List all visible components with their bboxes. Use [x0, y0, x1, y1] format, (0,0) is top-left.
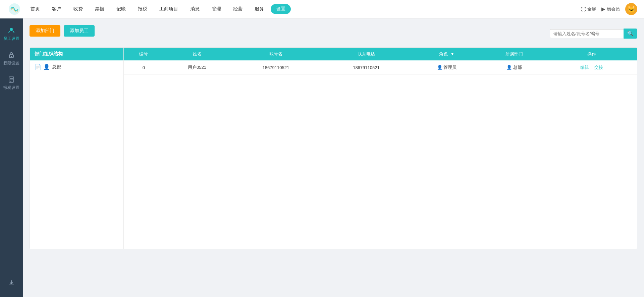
content-area: 部门组织结构 📄 👤 总部 编号 姓名 账号名 联系电话 角色: [30, 47, 637, 249]
sidebar-emp-label: 员工设置: [3, 36, 19, 42]
action-search-row: 添加部门 添加员工 🔍: [30, 25, 637, 42]
col-phone: 联系电话: [321, 48, 412, 60]
nav-fee[interactable]: 收费: [68, 4, 88, 14]
sidebar-item-permission[interactable]: 权限设置: [0, 46, 23, 71]
add-dept-button[interactable]: 添加部门: [30, 25, 60, 37]
nav-home[interactable]: 首页: [25, 4, 45, 14]
tree-person-icon: 👤: [43, 64, 50, 70]
nav-items: 首页 客户 收费 票据 记账 报税 工商项目 消息 管理 经营 服务 设置: [25, 4, 581, 14]
logo: [3, 3, 25, 15]
cell-role: 👤 管理员: [412, 60, 482, 75]
search-area: 🔍: [550, 29, 637, 39]
tree-panel: 部门组织结构 📄 👤 总部: [30, 48, 124, 249]
fullscreen-label: 全屏: [587, 6, 596, 12]
main-content: 添加部门 添加员工 🔍 部门组织结构 📄 👤 总部 编号 姓名: [23, 18, 644, 297]
sidebar-perm-label: 权限设置: [3, 60, 19, 66]
employee-table: 编号 姓名 账号名 联系电话 角色 ▼ 所属部门 操作 0: [124, 48, 637, 75]
right-tools: ⛶ 全屏 ▶ 畅会员 🐱: [581, 3, 637, 15]
file-icon: 📄: [35, 64, 41, 70]
sidebar-item-taxsettings[interactable]: 报税设置: [0, 71, 23, 95]
nav-manage[interactable]: 管理: [206, 4, 226, 14]
tree-header: 部门组织结构: [30, 48, 123, 60]
role-filter-icon[interactable]: ▼: [450, 51, 454, 56]
nav-tax[interactable]: 报税: [132, 4, 153, 14]
cell-name: 用户0521: [164, 60, 231, 75]
lock-icon: [7, 51, 15, 59]
nav-service[interactable]: 服务: [249, 4, 269, 14]
table-panel: 编号 姓名 账号名 联系电话 角色 ▼ 所属部门 操作 0: [124, 48, 637, 249]
col-account: 账号名: [231, 48, 321, 60]
cell-id: 0: [124, 60, 164, 75]
top-nav: 首页 客户 收费 票据 记账 报税 工商项目 消息 管理 经营 服务 设置 ⛶ …: [0, 0, 644, 18]
role-value: 管理员: [443, 65, 457, 70]
sidebar-bottom: [6, 274, 17, 292]
nav-ops[interactable]: 经营: [228, 4, 248, 14]
vip-icon: ▶: [601, 6, 605, 12]
search-input[interactable]: [550, 29, 624, 38]
nav-invoice[interactable]: 票据: [90, 4, 110, 14]
sidebar-tax-label: 报税设置: [3, 85, 19, 91]
dept-value: 总部: [513, 65, 522, 70]
action-bar: 添加部门 添加员工: [30, 25, 95, 37]
tree-item-root-label: 总部: [52, 64, 61, 70]
cell-phone: 18679110521: [321, 60, 412, 75]
vip-button[interactable]: ▶ 畅会员: [601, 6, 620, 12]
nav-accounting[interactable]: 记账: [111, 4, 131, 14]
col-ops: 操作: [546, 48, 637, 60]
nav-business[interactable]: 工商项目: [154, 4, 183, 14]
sidebar: 员工设置 权限设置 报税设置: [0, 18, 23, 297]
nav-settings[interactable]: 设置: [271, 4, 291, 14]
vip-label: 畅会员: [607, 6, 620, 12]
col-dept: 所属部门: [482, 48, 546, 60]
svg-point-3: [11, 56, 12, 57]
role-person-icon: 👤: [437, 65, 442, 70]
table-header-row: 编号 姓名 账号名 联系电话 角色 ▼ 所属部门 操作: [124, 48, 637, 60]
cell-ops: 编辑 交接: [546, 60, 637, 75]
avatar[interactable]: 🐱: [625, 3, 637, 15]
dept-person-icon: 👤: [506, 65, 512, 70]
fullscreen-button[interactable]: ⛶ 全屏: [581, 6, 596, 12]
nav-msg[interactable]: 消息: [185, 4, 205, 14]
tax-icon: [7, 76, 15, 84]
add-emp-button[interactable]: 添加员工: [64, 25, 95, 37]
col-role: 角色 ▼: [412, 48, 482, 60]
sidebar-download[interactable]: [6, 274, 17, 292]
cell-account: 18679110521: [231, 60, 321, 75]
download-icon: [7, 279, 15, 287]
col-id: 编号: [124, 48, 164, 60]
table-row: 0 用户0521 18679110521 18679110521 👤 管理员 👤…: [124, 60, 637, 75]
person-icon: [7, 27, 15, 35]
search-button[interactable]: 🔍: [624, 29, 637, 39]
edit-button[interactable]: 编辑: [578, 64, 591, 71]
nav-customer[interactable]: 客户: [47, 4, 67, 14]
col-name: 姓名: [164, 48, 231, 60]
svg-point-1: [10, 28, 13, 31]
sidebar-item-employee[interactable]: 员工设置: [0, 22, 23, 46]
transfer-button[interactable]: 交接: [592, 64, 605, 71]
tree-item-root[interactable]: 📄 👤 总部: [30, 60, 123, 73]
fullscreen-icon: ⛶: [581, 6, 586, 12]
cell-dept: 👤 总部: [482, 60, 546, 75]
